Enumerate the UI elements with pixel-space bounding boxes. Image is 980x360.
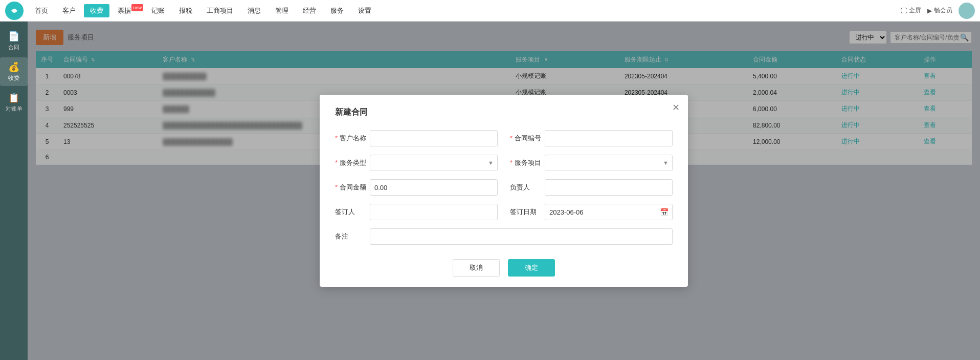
user-avatar[interactable] xyxy=(959,3,975,19)
statement-icon: 📋 xyxy=(8,92,19,103)
customer-name-label: 客户名称 xyxy=(335,134,370,143)
sidebar: 📄 合同 💰 收费 📋 对账单 xyxy=(0,22,28,360)
vip-icon: ▶ xyxy=(927,7,932,14)
service-item-select-wrap: ▼ xyxy=(545,155,673,171)
modal-title: 新建合同 xyxy=(335,107,673,118)
note-input[interactable] xyxy=(370,228,673,245)
nav-operation[interactable]: 经营 xyxy=(297,4,322,17)
service-type-select-wrap: ▼ xyxy=(370,155,498,171)
nav-tax[interactable]: 报税 xyxy=(173,4,198,17)
modal-close-button[interactable]: ✕ xyxy=(672,102,680,113)
new-contract-modal: ✕ 新建合同 客户名称 合同编号 服务类型 xyxy=(320,95,688,287)
nav-message[interactable]: 消息 xyxy=(241,4,267,17)
note-label: 备注 xyxy=(335,232,370,241)
modal-overlay: ✕ 新建合同 客户名称 合同编号 服务类型 xyxy=(28,22,980,360)
nav-items: 首页 客户 收费 票据 new 记账 报税 工商项目 消息 管理 经营 服务 设… xyxy=(29,4,901,17)
fee-icon: 💰 xyxy=(8,61,19,73)
top-navigation: 首页 客户 收费 票据 new 记账 报税 工商项目 消息 管理 经营 服务 设… xyxy=(0,0,980,22)
contract-amount-row: 合同金额 xyxy=(335,179,498,196)
sign-date-label: 签订日期 xyxy=(510,207,545,217)
contract-amount-input[interactable] xyxy=(370,179,498,196)
contract-no-input[interactable] xyxy=(545,130,673,146)
customer-name-row: 客户名称 xyxy=(335,130,498,146)
person-in-charge-row: 负责人 xyxy=(510,179,673,196)
sidebar-item-contract[interactable]: 📄 合同 xyxy=(0,27,28,55)
service-type-select[interactable] xyxy=(370,155,498,171)
contract-no-label: 合同编号 xyxy=(510,134,545,143)
sign-date-row: 签订日期 📅 xyxy=(510,204,673,220)
nav-customer[interactable]: 客户 xyxy=(56,4,82,17)
nav-fee[interactable]: 收费 xyxy=(84,4,109,17)
sidebar-item-label: 对账单 xyxy=(6,105,23,113)
nav-management[interactable]: 管理 xyxy=(269,4,295,17)
vip-button[interactable]: ▶ 畅会员 xyxy=(927,6,952,15)
contract-no-row: 合同编号 xyxy=(510,130,673,146)
service-type-label: 服务类型 xyxy=(335,158,370,167)
contract-amount-label: 合同金额 xyxy=(335,183,370,192)
sign-date-input[interactable] xyxy=(545,204,673,220)
nav-service[interactable]: 服务 xyxy=(324,4,350,17)
sidebar-item-statement[interactable]: 📋 对账单 xyxy=(0,88,28,117)
service-item-label: 服务项目 xyxy=(510,158,545,167)
cancel-button[interactable]: 取消 xyxy=(453,259,500,277)
person-in-charge-input[interactable] xyxy=(545,179,673,196)
customer-name-input[interactable] xyxy=(370,130,498,146)
sign-date-wrap: 📅 xyxy=(545,204,673,220)
signer-label: 签订人 xyxy=(335,207,370,217)
sidebar-item-label: 收费 xyxy=(8,74,19,82)
nav-industry[interactable]: 工商项目 xyxy=(201,4,239,17)
confirm-button[interactable]: 确定 xyxy=(508,259,555,277)
main-layout: 📄 合同 💰 收费 📋 对账单 新增 服务项目 进行中 已完成 已终止 xyxy=(0,22,980,360)
service-item-select[interactable] xyxy=(545,155,673,171)
signer-row: 签订人 xyxy=(335,204,498,220)
nav-right-area: ⛶ 全屏 ▶ 畅会员 xyxy=(901,3,975,19)
signer-input[interactable] xyxy=(370,204,498,220)
app-logo xyxy=(5,2,24,20)
contract-icon: 📄 xyxy=(8,31,19,42)
form-grid: 客户名称 合同编号 服务类型 ▼ xyxy=(335,130,673,245)
modal-footer: 取消 确定 xyxy=(335,259,673,277)
person-in-charge-label: 负责人 xyxy=(510,183,545,192)
svg-point-0 xyxy=(13,9,16,12)
service-type-row: 服务类型 ▼ xyxy=(335,155,498,171)
nav-invoice[interactable]: 票据 new xyxy=(112,4,143,17)
new-badge: new xyxy=(131,4,143,11)
fullscreen-button[interactable]: ⛶ 全屏 xyxy=(901,6,921,15)
content-area: 新增 服务项目 进行中 已完成 已终止 🔍 序号 合同 xyxy=(28,22,980,360)
sidebar-item-label: 合同 xyxy=(8,44,19,51)
fullscreen-icon: ⛶ xyxy=(901,7,907,14)
service-item-row: 服务项目 ▼ xyxy=(510,155,673,171)
nav-home[interactable]: 首页 xyxy=(29,4,54,17)
nav-settings[interactable]: 设置 xyxy=(352,4,377,17)
note-row: 备注 xyxy=(335,228,673,245)
nav-bookkeeping[interactable]: 记账 xyxy=(145,4,171,17)
sidebar-item-fee[interactable]: 💰 收费 xyxy=(0,57,28,86)
